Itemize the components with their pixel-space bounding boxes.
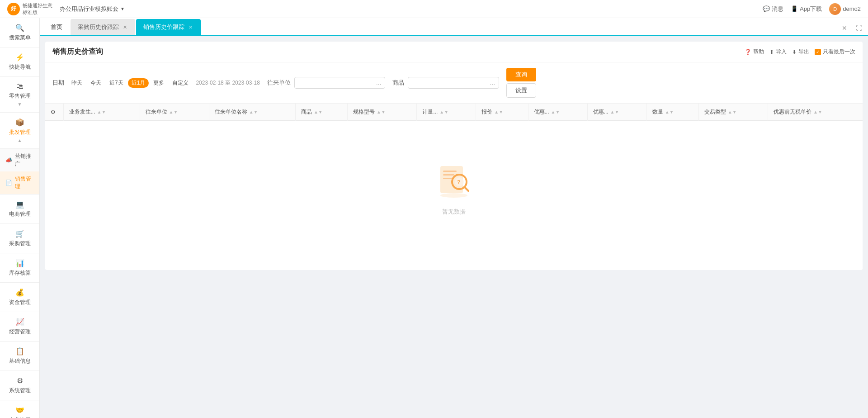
table-col-discount1[interactable]: 优惠... ▲▼	[528, 104, 587, 121]
tab-close-all-btn[interactable]: ✕	[839, 23, 850, 33]
sidebar: 🔍 搜索菜单 ⚡ 快捷导航 🛍 零售管理 ▼ 📦 批发管理 ▲ 📣 营销推广 📄…	[0, 18, 40, 418]
sidebar-item-ops-mgmt[interactable]: 📈 经营管理	[0, 312, 39, 342]
sidebar-item-label: 批发管理	[9, 128, 31, 136]
tab-home-label: 首页	[51, 23, 62, 31]
table-col-partner-code[interactable]: 往来单位 ▲▼	[140, 104, 209, 121]
import-btn[interactable]: ⬆ 导入	[769, 48, 787, 56]
product-input[interactable]	[412, 80, 488, 86]
sidebar-item-basic-info[interactable]: 📋 基础信息	[0, 342, 39, 371]
sidebar-item-inventory-check[interactable]: 📊 库存核算	[0, 253, 39, 283]
tab-purchase-history-label: 采购历史价跟踪	[78, 23, 119, 31]
sidebar-item-label: 采购管理	[9, 240, 31, 247]
date-tab-today[interactable]: 今天	[87, 78, 105, 88]
sort-icon: ▲▼	[494, 110, 503, 114]
table-col-settings[interactable]: ⚙	[45, 104, 63, 121]
sidebar-item-wholesale-mgmt[interactable]: 📦 批发管理 ▲	[0, 113, 39, 149]
logo-area: 好 畅捷通好生意 标准版	[7, 2, 52, 15]
user-action[interactable]: D demo2	[829, 3, 861, 15]
empty-svg: ?	[431, 157, 476, 202]
table-col-partner-name[interactable]: 往来单位名称 ▲▼	[209, 104, 295, 121]
sidebar-item-ecom-mgmt[interactable]: 💻 电商管理	[0, 195, 39, 224]
marketing-icon: 📣	[5, 157, 12, 163]
page-title-bar: 销售历史价查询 ❓ 帮助 ⬆ 导入 ⬇ 导出	[45, 42, 863, 62]
sidebar-item-enterprise-collab[interactable]: 🤝 企业协同	[0, 400, 39, 418]
main-layout: 🔍 搜索菜单 ⚡ 快捷导航 🛍 零售管理 ▼ 📦 批发管理 ▲ 📣 营销推广 📄…	[0, 18, 868, 418]
svg-rect-3	[443, 174, 454, 176]
app-download-action[interactable]: 📱 App下载	[791, 5, 822, 13]
table-col-quote[interactable]: 报价 ▲▼	[476, 104, 528, 121]
sidebar-item-label: 资金管理	[9, 299, 31, 306]
checkbox-checked-icon: ✓	[815, 49, 821, 55]
sort-icon: ▲▼	[439, 110, 448, 114]
sidebar-item-purchase-mgmt[interactable]: 🛒 采购管理	[0, 224, 39, 253]
app-selector[interactable]: 办公用品行业模拟账套 ▼	[56, 3, 128, 15]
table-col-product[interactable]: 商品 ▲▼	[295, 104, 347, 121]
sales-icon: 📄	[5, 180, 12, 186]
date-filter-group: 日期 昨天 今天 近7天 近1月 更多 自定义 2023-02-18 至 202…	[52, 78, 260, 88]
download-icon: 📱	[791, 5, 798, 12]
avatar: D	[829, 3, 841, 15]
svg-line-7	[464, 187, 468, 191]
product-select-btn[interactable]: ...	[490, 79, 495, 86]
system-icon: ⚙	[17, 376, 23, 385]
date-tab-last7[interactable]: 近7天	[106, 78, 127, 88]
tab-sales-history[interactable]: 销售历史价跟踪 ✕	[136, 19, 201, 35]
sort-icon: ▲▼	[249, 110, 258, 114]
empty-state: ? 暂无数据	[45, 121, 863, 270]
table-col-discount2[interactable]: 优惠... ▲▼	[587, 104, 646, 121]
inventory-icon: 📊	[15, 259, 24, 267]
message-action[interactable]: 💬 消息	[763, 5, 783, 13]
date-tab-1month[interactable]: 近1月	[128, 78, 149, 88]
tab-maximize-btn[interactable]: ⛶	[854, 23, 864, 33]
table-col-pretax-price[interactable]: 优惠前无税单价 ▲▼	[768, 104, 863, 121]
date-filter-label: 日期	[52, 79, 64, 87]
table-col-quantity[interactable]: 数量 ▲▼	[646, 104, 698, 121]
export-btn[interactable]: ⬇ 导出	[792, 48, 809, 56]
sidebar-item-search-menu[interactable]: 🔍 搜索菜单	[0, 18, 39, 48]
tab-sales-history-close[interactable]: ✕	[187, 24, 193, 30]
only-last-checkbox[interactable]: ✓ 只看最后一次	[815, 48, 855, 56]
svg-rect-2	[443, 171, 457, 172]
help-btn[interactable]: ❓ 帮助	[745, 48, 764, 56]
import-icon: ⬆	[769, 49, 774, 55]
partner-select-btn[interactable]: ...	[376, 79, 382, 86]
sidebar-item-retail-mgmt[interactable]: 🛍 零售管理 ▼	[0, 77, 39, 113]
top-bar-left: 好 畅捷通好生意 标准版 办公用品行业模拟账套 ▼	[7, 2, 128, 15]
query-button[interactable]: 查询	[506, 68, 536, 81]
partner-input[interactable]	[298, 80, 374, 86]
page-card: 销售历史价查询 ❓ 帮助 ⬆ 导入 ⬇ 导出	[45, 42, 863, 270]
table-col-trade-type[interactable]: 交易类型 ▲▼	[698, 104, 768, 121]
date-tab-more[interactable]: 更多	[150, 78, 168, 88]
top-bar: 好 畅捷通好生意 标准版 办公用品行业模拟账套 ▼ 💬 消息 📱 App下载 D…	[0, 0, 868, 18]
tab-purchase-history-close[interactable]: ✕	[122, 24, 128, 30]
help-icon: ❓	[745, 49, 751, 55]
sidebar-item-system-mgmt[interactable]: ⚙ 系统管理	[0, 371, 39, 400]
page-title: 销售历史价查询	[52, 47, 103, 57]
sort-icon: ▲▼	[314, 110, 323, 114]
sidebar-item-quick-nav[interactable]: ⚡ 快捷导航	[0, 48, 39, 77]
tab-sales-history-label: 销售历史价跟踪	[143, 23, 184, 31]
chevron-down-icon: ▼	[120, 6, 125, 11]
tab-home[interactable]: 首页	[43, 19, 70, 35]
purchase-icon: 🛒	[15, 229, 24, 238]
sidebar-item-label: 搜索菜单	[9, 34, 31, 42]
date-tab-custom[interactable]: 自定义	[169, 78, 192, 88]
sidebar-item-marketing-promo[interactable]: 📣 营销推广	[0, 149, 39, 171]
sidebar-item-sales-mgmt[interactable]: 📄 销售管理	[0, 171, 39, 194]
table-col-biz-date[interactable]: 业务发生... ▲▼	[63, 104, 140, 121]
date-tab-yesterday[interactable]: 昨天	[68, 78, 86, 88]
retail-icon: 🛍	[16, 82, 24, 90]
tab-purchase-history[interactable]: 采购历史价跟踪 ✕	[71, 19, 135, 35]
sidebar-item-capital-mgmt[interactable]: 💰 资金管理	[0, 283, 39, 312]
table-col-unit[interactable]: 计量... ▲▼	[417, 104, 476, 121]
search-icon: 🔍	[15, 24, 24, 32]
sort-icon: ▲▼	[813, 110, 822, 114]
sidebar-item-label: 库存核算	[9, 269, 31, 277]
partner-filter-group: 往来单位 ...	[267, 77, 386, 89]
sidebar-item-label: 基础信息	[9, 357, 31, 365]
settings-button[interactable]: 设置	[506, 83, 536, 98]
sidebar-item-label: 电商管理	[9, 210, 31, 218]
export-icon: ⬇	[792, 49, 797, 55]
product-filter-label: 商品	[392, 79, 404, 87]
table-col-spec[interactable]: 规格型号 ▲▼	[348, 104, 417, 121]
